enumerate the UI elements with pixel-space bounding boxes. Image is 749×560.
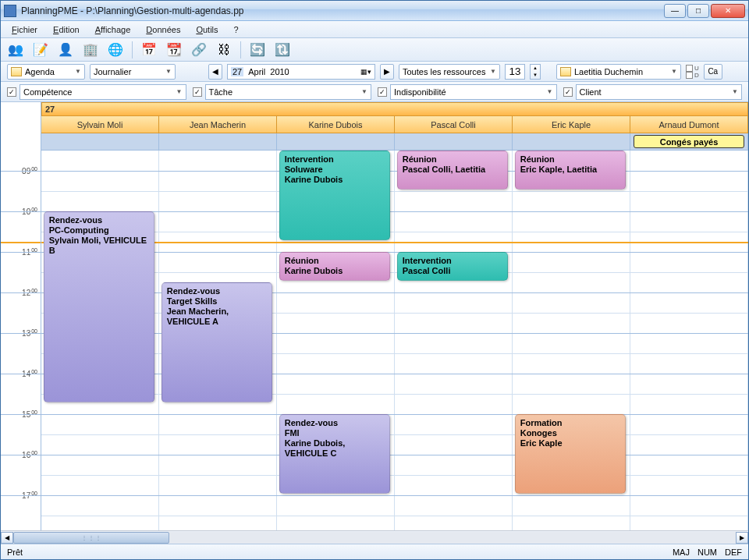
allday-cell[interactable] [513, 133, 630, 150]
separator [240, 41, 241, 58]
calendar-area: 090010001100120013001400150016001700 27 … [1, 102, 748, 530]
calendar-grid[interactable]: 27 Sylvain MoliJean MacherinKarine Duboi… [41, 102, 748, 530]
person-header-row: Sylvain MoliJean MacherinKarine DuboisPa… [41, 116, 748, 133]
link-icon[interactable]: 🔗 [190, 41, 208, 58]
date-picker[interactable]: 27 April 2010 ▦▾ [227, 64, 375, 80]
date-month[interactable]: April [248, 67, 265, 76]
filter-indispo[interactable]: Indisponibilité▼ [390, 84, 557, 100]
person-header[interactable]: Eric Kaple [513, 116, 630, 133]
filter-check-indispo[interactable]: ✓ [378, 87, 387, 97]
scroll-right-button[interactable]: ▶ [736, 532, 748, 544]
building-icon[interactable]: 🏢 [82, 41, 99, 58]
filter-check-tache[interactable]: ✓ [193, 87, 202, 97]
scroll-left-button[interactable]: ◀ [1, 532, 13, 544]
chevron-down-icon: ▼ [75, 68, 81, 75]
calendar-event[interactable]: Rendez-vousTarget SkillsJean Macherin, V… [162, 282, 272, 402]
menu-donnees[interactable]: Données [140, 23, 186, 36]
chain-icon[interactable]: ⛓ [215, 41, 233, 58]
allday-event[interactable]: Congés payés [634, 135, 744, 148]
view-label: Agenda [25, 67, 72, 76]
filter-client[interactable]: Client▼ [576, 84, 743, 100]
maximize-button[interactable]: □ [687, 4, 709, 18]
resources-dropdown[interactable]: Toutes les ressources ▼ [399, 64, 500, 80]
note-icon[interactable]: 📝 [32, 41, 49, 58]
chevron-down-icon: ▼ [732, 88, 738, 95]
date-day[interactable]: 27 [231, 67, 243, 76]
user-dropdown[interactable]: Laetitia Duchemin ▼ [556, 64, 681, 80]
calendar-icon[interactable]: 📅 [140, 41, 158, 58]
cal-button[interactable]: Ca [704, 64, 722, 80]
titlebar[interactable]: PlanningPME - P:\Planning\Gestion-multi-… [1, 1, 748, 21]
count-spinner[interactable]: ▲▼ [530, 64, 541, 80]
calendar-event[interactable]: RéunionPascal Colli, Laetitia [397, 151, 508, 190]
chk-u[interactable] [686, 65, 693, 72]
close-button[interactable]: ✕ [711, 4, 745, 18]
calendar-event[interactable]: FormationKonogesEric Kaple [515, 414, 626, 494]
chevron-down-icon: ▼ [671, 68, 677, 75]
chevron-down-icon: ▼ [490, 68, 496, 75]
menubar: Fichier Edition Affichage Données Outils… [1, 21, 748, 38]
status-def: DEF [725, 548, 742, 557]
calendar-add-icon[interactable]: 📆 [165, 41, 183, 58]
window-title: PlanningPME - P:\Planning\Gestion-multi-… [21, 5, 664, 16]
filter-competence[interactable]: Compétence▼ [20, 84, 186, 100]
person-header[interactable]: Arnaud Dumont [630, 116, 748, 133]
allday-row: Congés payés [41, 133, 748, 151]
filter-check-client[interactable]: ✓ [563, 87, 573, 97]
app-icon [4, 5, 16, 17]
menu-edition[interactable]: Edition [47, 23, 86, 36]
menu-fichier[interactable]: Fichier [5, 23, 44, 36]
sync-icon[interactable]: 🔃 [274, 41, 291, 58]
separator [132, 41, 133, 58]
grid-column [395, 151, 513, 530]
chk-d[interactable] [686, 72, 693, 79]
filter-tache[interactable]: Tâche▼ [205, 84, 372, 100]
status-text: Prêt [7, 548, 23, 557]
allday-cell[interactable] [159, 133, 277, 150]
date-year[interactable]: 2010 [270, 67, 289, 76]
resources-label: Toutes les ressources [403, 67, 487, 76]
minimize-button[interactable]: — [664, 4, 686, 18]
grid-column [630, 151, 748, 530]
view-dropdown[interactable]: Agenda ▼ [7, 64, 85, 80]
scroll-thumb[interactable]: ⋮⋮⋮ [13, 532, 169, 544]
allday-cell[interactable] [395, 133, 513, 150]
prev-date-button[interactable]: ◀ [208, 64, 222, 80]
calendar-small-icon [560, 67, 571, 76]
calendar-event[interactable]: Rendez-vousPC-ComputingSylvain Moli, VEH… [44, 211, 154, 402]
filter-check-competence[interactable]: ✓ [7, 87, 16, 97]
users-icon[interactable]: 👥 [7, 41, 24, 58]
period-label: Journalier [94, 67, 162, 76]
day-header: 27 [41, 102, 748, 116]
calendar-event[interactable]: InterventionSoluwareKarine Dubois [279, 151, 390, 240]
next-date-button[interactable]: ▶ [380, 64, 394, 80]
chevron-down-icon: ▼ [547, 88, 553, 95]
scroll-track[interactable]: ⋮⋮⋮ [13, 532, 736, 544]
person-header[interactable]: Jean Macherin [159, 116, 277, 133]
person-header[interactable]: Karine Dubois [277, 116, 395, 133]
period-dropdown[interactable]: Journalier ▼ [90, 64, 176, 80]
controls-row: Agenda ▼ Journalier ▼ ◀ 27 April 2010 ▦▾… [1, 62, 748, 82]
menu-outils[interactable]: Outils [190, 23, 224, 36]
calendar-event[interactable]: InterventionPascal Colli [397, 252, 508, 281]
people-icon[interactable]: 👤 [57, 41, 74, 58]
horizontal-scrollbar[interactable]: ◀ ⋮⋮⋮ ▶ [1, 530, 748, 544]
allday-cell[interactable] [41, 133, 159, 150]
filters-row: ✓ Compétence▼ ✓ Tâche▼ ✓ Indisponibilité… [1, 82, 748, 102]
person-header[interactable]: Pascal Colli [395, 116, 513, 133]
grid-body[interactable]: Rendez-vousPC-ComputingSylvain Moli, VEH… [41, 151, 748, 530]
person-header[interactable]: Sylvain Moli [41, 116, 159, 133]
globe-icon[interactable]: 🌐 [107, 41, 124, 58]
count-input[interactable] [505, 64, 525, 80]
refresh-icon[interactable]: 🔄 [249, 41, 266, 58]
calendar-event[interactable]: RéunionEric Kaple, Laetitia [515, 151, 626, 190]
menu-help[interactable]: ? [228, 23, 245, 36]
allday-cell[interactable] [277, 133, 395, 150]
calendar-event[interactable]: RéunionKarine Dubois [279, 252, 390, 281]
chevron-down-icon: ▼ [176, 88, 183, 95]
status-num: NUM [698, 548, 717, 557]
calendar-picker-icon[interactable]: ▦▾ [360, 68, 371, 76]
allday-cell[interactable]: Congés payés [630, 133, 748, 150]
menu-affichage[interactable]: Affichage [89, 23, 137, 36]
calendar-event[interactable]: Rendez-vousFMIKarine Dubois, VEHICULE C [279, 414, 390, 494]
